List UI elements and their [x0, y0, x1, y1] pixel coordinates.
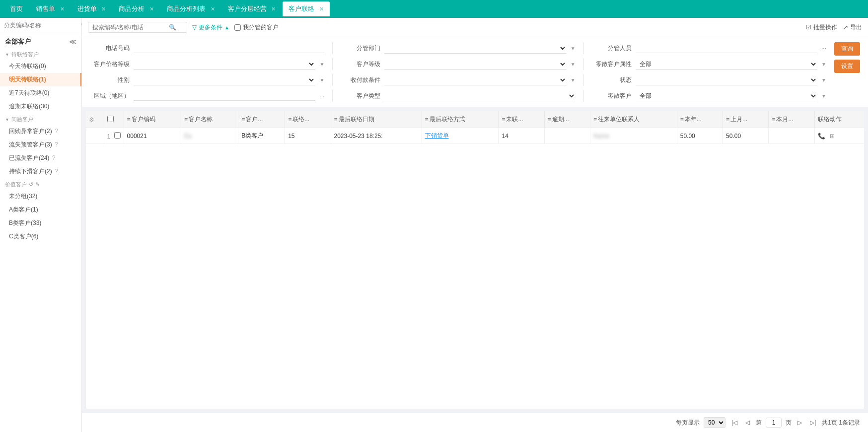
nav-product-analysis[interactable]: 商品分析 ✕: [113, 1, 160, 16]
sort-customer-name[interactable]: ≡ 客户名称: [184, 115, 235, 124]
sort-overdue[interactable]: ≡ 逾期...: [548, 115, 587, 124]
select-all-checkbox[interactable]: [107, 116, 114, 122]
sort-last-month[interactable]: ≡ 上月...: [726, 115, 765, 124]
dept-select[interactable]: [384, 43, 566, 54]
nav-product-analysis-list[interactable]: 商品分析列表 ✕: [161, 1, 221, 16]
page-prev-prev-btn[interactable]: |◁: [729, 418, 739, 427]
filter-cell-dept: 分管部门 ▼: [341, 43, 575, 54]
retail-attr-select[interactable]: 全部: [636, 59, 817, 70]
sidebar-search-input[interactable]: [4, 22, 78, 29]
sort-contact-count[interactable]: ≡ 联络...: [288, 115, 327, 124]
help-icon-3[interactable]: ?: [52, 154, 56, 161]
td-this-year: 50.00: [677, 128, 723, 144]
sidebar-item-class-a[interactable]: A类客户(1): [0, 203, 81, 216]
help-icon-2[interactable]: ?: [55, 141, 58, 148]
divider-5: [332, 74, 333, 86]
th-last-month: ≡ 上月...: [723, 111, 769, 128]
filter-row-1: 电话号码 分管部门 ▼ 分管人员: [90, 42, 826, 54]
close-sales-icon[interactable]: ✕: [60, 6, 65, 12]
action-more-icon[interactable]: ⊞: [830, 133, 835, 140]
divider-8: [583, 90, 584, 102]
close-product-analysis-list-icon[interactable]: ✕: [211, 6, 215, 12]
help-icon-1[interactable]: ?: [55, 128, 58, 135]
more-filters-btn[interactable]: ▽ 更多条件 ▲: [192, 23, 229, 32]
set-button[interactable]: 设置: [834, 60, 860, 73]
close-product-analysis-icon[interactable]: ✕: [149, 6, 154, 12]
per-page-select[interactable]: 50: [704, 417, 725, 428]
sort-uncontacted[interactable]: ≡ 未联...: [502, 115, 541, 124]
action-phone-icon[interactable]: 📞: [818, 133, 825, 140]
query-button[interactable]: 查询: [834, 42, 860, 56]
th-overdue: ≡ 逾期...: [544, 111, 590, 128]
close-customer-contact-icon[interactable]: ✕: [319, 6, 324, 12]
gender-select[interactable]: [134, 75, 315, 85]
sidebar-item-class-b[interactable]: B类客户(33): [0, 216, 81, 230]
page-prev-btn[interactable]: ◁: [743, 418, 752, 427]
checkbox-icon: ☑: [806, 24, 811, 31]
nav-sales[interactable]: 销售单 ✕: [30, 1, 71, 16]
search-icon[interactable]: 🔍: [169, 24, 176, 31]
page-input[interactable]: [766, 418, 782, 428]
page-next-next-btn[interactable]: ▷|: [808, 418, 818, 427]
person-input[interactable]: [636, 44, 817, 53]
retail-customer-select[interactable]: 全部: [636, 91, 817, 101]
my-customers-checkbox[interactable]: [234, 24, 241, 31]
refresh-icon[interactable]: ↺: [29, 181, 33, 188]
search-input[interactable]: [92, 24, 167, 31]
sidebar-item-class-c[interactable]: C类客户(6): [0, 230, 81, 243]
close-customer-tier-icon[interactable]: ✕: [271, 6, 276, 12]
status-select[interactable]: [636, 75, 817, 85]
export-btn[interactable]: ↗ 导出: [843, 23, 862, 32]
sort-this-year[interactable]: ≡ 本年...: [680, 115, 720, 124]
sidebar-search-wrap: 🔍: [0, 18, 81, 33]
collapse-icon[interactable]: ≪: [69, 38, 76, 46]
customer-type-select[interactable]: [384, 91, 575, 101]
sidebar-item-today-contact[interactable]: 今天待联络(0): [0, 60, 81, 73]
customer-level-select[interactable]: [384, 59, 566, 70]
table-wrap: ⚙ ≡ 客户编码 ≡: [86, 111, 864, 409]
sort-last-contact-method[interactable]: ≡ 最后联络方式: [425, 115, 496, 124]
nav-purchase[interactable]: 进货单 ✕: [72, 1, 112, 16]
sort-customer-type[interactable]: ≡ 客户...: [241, 115, 282, 124]
row-checkbox[interactable]: [114, 132, 121, 139]
sidebar-item-continuous-decrease[interactable]: 持续下滑客户(2) ?: [0, 165, 81, 178]
customer-type-label: 客户类型: [341, 92, 380, 100]
sidebar-item-tomorrow-contact[interactable]: 明天待联络(1): [0, 73, 81, 86]
region-input[interactable]: [134, 91, 315, 101]
filter-cell-gender: 性别 ▼: [90, 75, 324, 85]
page-next-btn[interactable]: ▷: [796, 418, 804, 427]
divider-6: [583, 74, 584, 86]
sort-contact-person[interactable]: ≡ 往来单位联系人: [593, 115, 674, 124]
sort-last-contact-date[interactable]: ≡ 最后联络日期: [334, 115, 419, 124]
region-more-icon[interactable]: ···: [319, 92, 324, 99]
batch-operation-btn[interactable]: ☑ 批量操作: [806, 23, 837, 32]
sort-customer-code[interactable]: ≡ 客户编码: [127, 115, 178, 124]
nav-customer-tier[interactable]: 客户分层经营 ✕: [222, 1, 282, 16]
sidebar-item-lost[interactable]: 已流失客户(24) ?: [0, 151, 81, 165]
sidebar-item-repurchase-abnormal[interactable]: 回购异常客户(2) ?: [0, 125, 81, 138]
last-method-link[interactable]: 下销货单: [425, 132, 449, 139]
my-customers-label: 我分管的客户: [243, 23, 279, 32]
phone-input[interactable]: [134, 44, 324, 53]
nav-customer-contact[interactable]: 客户联络 ✕: [283, 1, 330, 16]
td-type: B类客户: [238, 128, 285, 144]
help-icon-4[interactable]: ?: [55, 168, 58, 175]
nav-home[interactable]: 首页: [4, 1, 29, 16]
sort-this-month[interactable]: ≡ 本月...: [772, 115, 811, 124]
divider-2: [583, 42, 584, 54]
sidebar-item-week-contact[interactable]: 近7天待联络(0): [0, 86, 81, 100]
retail-customer-arrow: ▼: [821, 93, 826, 99]
td-overdue: [544, 128, 590, 144]
edit-icon[interactable]: ✎: [35, 181, 40, 188]
main-layout: 🔍 全部客户 ≪ 待联络客户 今天待联络(0) 明天待联络(1) 近7天待联络(…: [0, 18, 868, 432]
settings-icon[interactable]: ⚙: [89, 116, 94, 123]
sidebar-item-lost-risk[interactable]: 流失预警客户(3) ?: [0, 138, 81, 151]
sidebar-item-unclassified[interactable]: 未分组(32): [0, 190, 81, 203]
payment-select[interactable]: [384, 75, 566, 85]
sidebar-item-overdue-contact[interactable]: 逾期未联络(30): [0, 100, 81, 113]
close-purchase-icon[interactable]: ✕: [101, 6, 106, 12]
person-more-icon[interactable]: ···: [821, 45, 826, 52]
contact-person-value: Name: [593, 133, 609, 140]
value-level-select[interactable]: [134, 59, 315, 70]
td-this-month: [769, 128, 814, 144]
